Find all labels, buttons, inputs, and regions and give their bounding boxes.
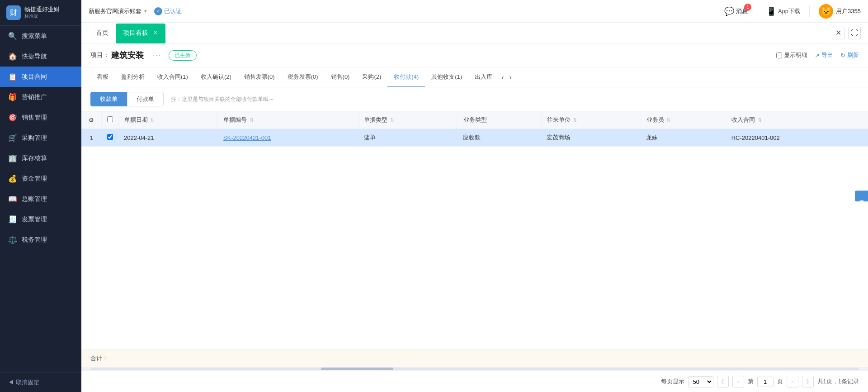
page-suffix: 页 bbox=[777, 378, 783, 386]
close-window-button[interactable]: ✕ bbox=[832, 27, 844, 39]
project-status-badge: 已生效 bbox=[169, 50, 197, 61]
subnav-income-contract[interactable]: 收入合同(1) bbox=[151, 67, 194, 87]
column-date[interactable]: 单据日期 ⇅ bbox=[118, 111, 218, 129]
sort-icon: ⇅ bbox=[250, 117, 254, 123]
sidebar-nav: 🔍 搜索菜单 🏠 快捷导航 📋 项目合同 🎁 营销推广 🎯 销售管理 🛒 采购管… bbox=[0, 26, 81, 373]
chevron-down-icon: ▾ bbox=[144, 8, 147, 14]
shield-icon: ✓ bbox=[154, 7, 162, 15]
tab-close-icon[interactable]: ✕ bbox=[153, 29, 158, 36]
column-checkbox bbox=[101, 111, 118, 129]
secondary-tab-bar: 收款单 付款单 注：这里是与项目关联的全部收付款单哦～ bbox=[81, 87, 868, 111]
tax-icon: ⚖️ bbox=[8, 235, 17, 244]
table-wrapper: ⚙ 单据日期 ⇅ 单据编号 ⇅ bbox=[81, 111, 868, 349]
show-detail-input[interactable] bbox=[776, 53, 782, 58]
inventory-icon: 🏢 bbox=[8, 154, 17, 163]
search-icon: 🔍 bbox=[8, 32, 17, 40]
sort-icon: ⇅ bbox=[758, 117, 762, 123]
cell-seq: 1 bbox=[81, 129, 101, 147]
show-detail-checkbox[interactable]: 显示明细 bbox=[776, 51, 807, 59]
column-partner[interactable]: 往来单位 ⇅ bbox=[541, 111, 641, 129]
project-header: 项目： 建筑安装 ··· 已生效 显示明细 ↗ 导出 ↻ 刷新 bbox=[81, 43, 868, 67]
subnav-purchase[interactable]: 采购(2) bbox=[356, 67, 387, 87]
subnav-other-income[interactable]: 其他收支(1) bbox=[425, 67, 468, 87]
maximize-window-button[interactable]: ⛶ bbox=[848, 27, 861, 39]
message-button[interactable]: 💬 消息 1 bbox=[724, 6, 748, 16]
table-row[interactable]: 1 2022-04-21 SK-20220421-001 蓝单 应收款 宏茂商场… bbox=[81, 129, 868, 147]
user-menu[interactable]: 🐱 用户3355 bbox=[819, 4, 861, 19]
scrollbar-thumb[interactable] bbox=[321, 368, 393, 370]
subnav-profit[interactable]: 盈利分析 bbox=[115, 67, 151, 87]
cell-checkbox[interactable] bbox=[101, 129, 118, 147]
subnav-tax-invoice[interactable]: 税务发票(0) bbox=[281, 67, 325, 87]
subnav-receipt[interactable]: 收付款(4) bbox=[387, 67, 425, 87]
column-income-contract[interactable]: 收入合同 ⇅ bbox=[726, 111, 868, 129]
divider bbox=[757, 6, 757, 17]
feedback-button[interactable]: 意见反馈 bbox=[855, 191, 868, 201]
prev-page-button[interactable]: ＜ bbox=[732, 376, 744, 387]
subnav-board[interactable]: 看板 bbox=[90, 67, 115, 87]
sidebar-item-ledger[interactable]: 📖 总账管理 bbox=[0, 189, 81, 209]
cell-partner: 宏茂商场 bbox=[541, 129, 641, 147]
sort-icon: ⇅ bbox=[666, 117, 670, 123]
column-number[interactable]: 单据编号 ⇅ bbox=[218, 111, 359, 129]
column-settings[interactable]: ⚙ bbox=[81, 111, 101, 129]
message-icon: 💬 bbox=[724, 6, 734, 16]
page-size-label: 每页显示 bbox=[661, 378, 684, 386]
account-name: 新服务官网演示账套 bbox=[89, 7, 142, 15]
cell-number[interactable]: SK-20220421-001 bbox=[218, 129, 359, 147]
select-all-checkbox[interactable] bbox=[107, 116, 113, 122]
sidebar-item-sales[interactable]: 🎯 销售管理 bbox=[0, 107, 81, 128]
table-total: 合计： bbox=[81, 349, 868, 367]
purchase-icon: 🛒 bbox=[8, 134, 17, 142]
tab-window-actions: ✕ ⛶ bbox=[832, 27, 861, 39]
sidebar-item-purchase[interactable]: 🛒 采购管理 bbox=[0, 128, 81, 148]
sidebar-item-finance[interactable]: 💰 资金管理 bbox=[0, 168, 81, 189]
sidebar-item-quicknav[interactable]: 🏠 快捷导航 bbox=[0, 46, 81, 67]
subnav-prev-arrow[interactable]: ‹ bbox=[499, 70, 506, 85]
sidebar-item-search[interactable]: 🔍 搜索菜单 bbox=[0, 26, 81, 46]
column-salesman[interactable]: 业务员 ⇅ bbox=[641, 111, 726, 129]
sidebar-item-inventory[interactable]: 🏢 库存核算 bbox=[0, 148, 81, 168]
subnav-income-confirm[interactable]: 收入确认(2) bbox=[194, 67, 238, 87]
logo-icon: 财 bbox=[6, 5, 21, 20]
row-checkbox[interactable] bbox=[107, 134, 113, 140]
total-info: 共1页，1条记录 bbox=[817, 378, 859, 386]
sidebar-item-tax[interactable]: ⚖️ 税务管理 bbox=[0, 229, 81, 250]
export-button[interactable]: ↗ 导出 bbox=[815, 51, 833, 59]
column-type[interactable]: 单据类型 ⇅ bbox=[359, 111, 458, 129]
subnav-sales[interactable]: 销售(0) bbox=[325, 67, 356, 87]
verified-badge: ✓ 已认证 bbox=[154, 7, 182, 15]
column-biz-type: 业务类型 bbox=[458, 111, 541, 129]
next-page-button[interactable]: ＞ bbox=[787, 376, 798, 387]
project-more-button[interactable]: ··· bbox=[153, 51, 161, 59]
horizontal-scrollbar[interactable] bbox=[81, 367, 868, 371]
tab-payment[interactable]: 付款单 bbox=[127, 92, 164, 106]
last-page-button[interactable]: ⟫ bbox=[802, 376, 814, 387]
subnav-warehouse[interactable]: 出入库 bbox=[468, 67, 499, 87]
topbar: 新服务官网演示账套 ▾ ✓ 已认证 💬 消息 1 📱 App下载 🐱 用户335… bbox=[81, 0, 868, 23]
cell-date: 2022-04-21 bbox=[118, 129, 218, 147]
scrollbar-track[interactable] bbox=[90, 368, 859, 370]
sidebar-item-invoice[interactable]: 🧾 发票管理 bbox=[0, 209, 81, 229]
sidebar-item-project[interactable]: 📋 项目合同 bbox=[0, 67, 81, 87]
page-size-select[interactable]: 102050100 bbox=[688, 376, 713, 387]
project-actions: 显示明细 ↗ 导出 ↻ 刷新 bbox=[776, 51, 859, 59]
topbar-right: 💬 消息 1 📱 App下载 🐱 用户3355 bbox=[724, 4, 861, 19]
page-input[interactable] bbox=[757, 377, 774, 387]
account-selector[interactable]: 新服务官网演示账套 ▾ bbox=[89, 7, 147, 15]
unpin-button[interactable]: ◀ 取消固定 bbox=[0, 373, 81, 392]
invoice-icon: 🧾 bbox=[8, 215, 17, 224]
first-page-button[interactable]: ⟪ bbox=[717, 376, 729, 387]
app-download-button[interactable]: 📱 App下载 bbox=[766, 6, 800, 16]
tab-receipt[interactable]: 收款单 bbox=[90, 92, 127, 106]
home-icon: 🏠 bbox=[8, 52, 17, 61]
subnav-sales-invoice[interactable]: 销售发票(0) bbox=[238, 67, 281, 87]
subnav-next-arrow[interactable]: › bbox=[506, 70, 514, 85]
tab-home[interactable]: 首页 bbox=[89, 24, 116, 43]
sort-icon: ⇅ bbox=[150, 117, 154, 123]
refresh-icon: ↻ bbox=[840, 52, 845, 59]
refresh-button[interactable]: ↻ 刷新 bbox=[840, 51, 859, 59]
sidebar-item-marketing[interactable]: 🎁 营销推广 bbox=[0, 87, 81, 107]
page-content: 项目： 建筑安装 ··· 已生效 显示明细 ↗ 导出 ↻ 刷新 bbox=[81, 43, 868, 392]
tab-project-board[interactable]: 项目看板 ✕ bbox=[116, 24, 165, 43]
